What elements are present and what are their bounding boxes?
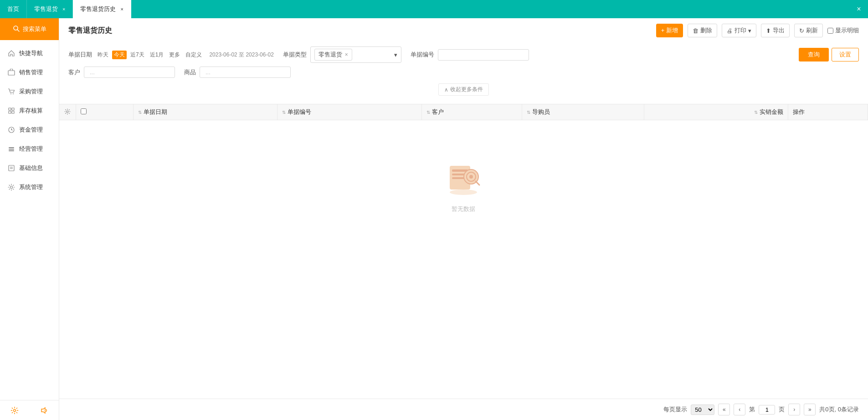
sidebar-item-ops-mgmt[interactable]: 经营管理 xyxy=(0,139,59,159)
svg-rect-11 xyxy=(9,149,14,150)
doc-type-filter: 单据类型 零售退货 × ▾ xyxy=(283,46,401,63)
toolbar: + 新增 🗑 删除 🖨 打印 ▾ ⬆ 导出 ↻ xyxy=(656,24,859,37)
pagination-bar: 每页显示 50 10 20 100 « ‹ 第 页 › » 共0页, 0条记录 xyxy=(59,399,868,420)
svg-point-4 xyxy=(13,93,14,94)
doc-no-label: 单据编号 xyxy=(411,51,434,59)
last-page-button[interactable]: » xyxy=(804,404,816,415)
doc-type-tag-remove[interactable]: × xyxy=(345,51,348,58)
col-amount[interactable]: ⇅ 实销金额 xyxy=(644,104,788,120)
col-checkbox[interactable] xyxy=(76,104,134,120)
tab-retail-return-history-label: 零售退货历史 xyxy=(80,5,116,13)
col-doc-date-label: 单据日期 xyxy=(144,108,167,116)
settings-gear-button[interactable] xyxy=(8,404,21,417)
query-button[interactable]: 查询 xyxy=(799,48,829,61)
sidebar-bottom xyxy=(0,400,59,420)
sidebar-item-fund-mgmt[interactable]: 资金管理 xyxy=(0,120,59,139)
inventory-icon xyxy=(7,107,15,115)
window-close-button[interactable]: × xyxy=(850,0,868,18)
tab-retail-return-history-close[interactable]: × xyxy=(120,6,123,12)
delete-icon: 🗑 xyxy=(693,27,699,34)
goods-dots: ... xyxy=(205,69,211,76)
doc-no-filter: 单据编号 xyxy=(411,49,529,61)
date-opt-7days[interactable]: 近7天 xyxy=(128,51,146,59)
col-guide[interactable]: ⇅ 导购员 xyxy=(522,104,644,120)
setting-button[interactable]: 设置 xyxy=(832,48,859,61)
sidebar: 搜索菜单 快捷导航 销售管理 采购管理 xyxy=(0,18,59,420)
col-doc-date-sort-icon: ⇅ xyxy=(138,110,142,115)
svg-rect-23 xyxy=(452,174,465,175)
svg-line-1 xyxy=(17,30,19,31)
doc-no-input[interactable] xyxy=(438,49,529,61)
tab-retail-return-close[interactable]: × xyxy=(62,6,65,12)
ops-icon xyxy=(7,145,15,153)
svg-rect-12 xyxy=(9,150,14,151)
volume-button[interactable] xyxy=(38,404,51,417)
display-detail-checkbox[interactable] xyxy=(827,28,833,34)
svg-rect-2 xyxy=(8,71,15,75)
date-filter: 单据日期 昨天 今天 近7天 近1月 更多 自定义 2023-06-02 至 2… xyxy=(68,51,274,59)
svg-rect-13 xyxy=(9,165,14,171)
col-doc-no[interactable]: ⇅ 单据编号 xyxy=(277,104,421,120)
sidebar-item-basic-info-label: 基础信息 xyxy=(19,164,43,172)
svg-rect-8 xyxy=(12,111,14,113)
export-label: 导出 xyxy=(773,26,785,35)
system-icon xyxy=(7,183,15,191)
tab-home-label: 首页 xyxy=(7,5,19,13)
page-title: 零售退货历史 xyxy=(68,26,112,36)
tab-retail-return-history[interactable]: 零售退货历史 × xyxy=(73,0,131,18)
col-settings[interactable] xyxy=(59,104,76,120)
sidebar-item-quick-nav[interactable]: 快捷导航 xyxy=(0,44,59,63)
delete-label: 删除 xyxy=(700,26,712,35)
date-filter-label: 单据日期 xyxy=(68,51,92,59)
prev-page-button[interactable]: ‹ xyxy=(734,404,745,415)
refresh-button[interactable]: ↻ 刷新 xyxy=(794,24,823,37)
col-doc-date[interactable]: ⇅ 单据日期 xyxy=(134,104,277,120)
customer-select[interactable]: ... xyxy=(84,67,175,78)
search-icon xyxy=(13,25,20,34)
sidebar-item-quick-nav-label: 快捷导航 xyxy=(19,49,43,57)
col-doc-no-sort-icon: ⇅ xyxy=(282,110,286,115)
fund-icon xyxy=(7,126,15,134)
tab-home[interactable]: 首页 xyxy=(0,0,27,18)
current-page-input[interactable] xyxy=(759,405,775,415)
collapse-button[interactable]: ∧ 收起更多条件 xyxy=(438,83,489,96)
export-button[interactable]: ⬆ 导出 xyxy=(761,24,790,37)
date-opt-1month[interactable]: 近1月 xyxy=(148,51,166,59)
next-page-button[interactable]: › xyxy=(788,404,800,415)
sidebar-item-sys-mgmt[interactable]: 系统管理 xyxy=(0,178,59,197)
date-opt-custom[interactable]: 自定义 xyxy=(184,51,204,59)
sidebar-item-basic-info[interactable]: 基础信息 xyxy=(0,159,59,178)
add-button[interactable]: + 新增 xyxy=(656,24,683,37)
date-opt-yesterday[interactable]: 昨天 xyxy=(96,51,110,59)
page-size-select[interactable]: 50 10 20 100 xyxy=(691,405,714,415)
display-detail-checkbox-area[interactable]: 显示明细 xyxy=(827,26,859,35)
goods-select[interactable]: ... xyxy=(200,67,291,78)
date-range-display: 2023-06-02 至 2023-06-02 xyxy=(209,51,273,59)
svg-rect-10 xyxy=(9,147,14,148)
tab-retail-return[interactable]: 零售退货 × xyxy=(27,0,73,18)
print-button[interactable]: 🖨 打印 ▾ xyxy=(722,24,756,37)
svg-rect-6 xyxy=(12,108,14,110)
svg-point-3 xyxy=(10,93,11,94)
date-opt-more[interactable]: 更多 xyxy=(167,51,182,59)
customer-label: 客户 xyxy=(68,68,80,77)
svg-rect-5 xyxy=(9,108,11,110)
sales-icon xyxy=(7,68,15,77)
sidebar-item-purchase-mgmt[interactable]: 采购管理 xyxy=(0,82,59,101)
filter-area: 单据日期 昨天 今天 近7天 近1月 更多 自定义 2023-06-02 至 2… xyxy=(68,42,859,104)
purchase-icon xyxy=(7,87,15,96)
date-opt-today[interactable]: 今天 xyxy=(112,51,127,59)
sidebar-item-sales-mgmt[interactable]: 销售管理 xyxy=(0,63,59,82)
first-page-button[interactable]: « xyxy=(718,404,730,415)
doc-type-tag-value: 零售退货 xyxy=(318,51,342,59)
select-all-checkbox[interactable] xyxy=(81,108,87,114)
empty-text: 暂无数据 xyxy=(452,205,475,213)
sidebar-item-inventory-calc[interactable]: 库存核算 xyxy=(0,101,59,120)
col-customer[interactable]: ⇅ 客户 xyxy=(421,104,522,120)
col-amount-label: 实销金额 xyxy=(760,108,783,116)
delete-button[interactable]: 🗑 删除 xyxy=(688,24,717,37)
page-size-label: 每页显示 xyxy=(663,405,687,414)
table-body: 暂无数据 xyxy=(59,120,868,250)
doc-type-select[interactable]: 零售退货 × ▾ xyxy=(310,46,401,63)
search-menu-button[interactable]: 搜索菜单 xyxy=(0,18,59,40)
